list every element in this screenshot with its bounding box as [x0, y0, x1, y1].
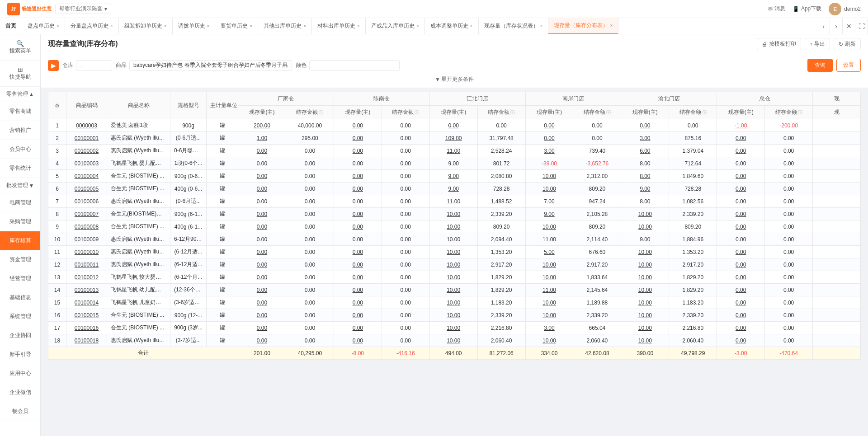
- row-nanbin-qty[interactable]: 11.00: [525, 233, 573, 246]
- row-factory-qty[interactable]: 0.00: [238, 220, 286, 233]
- row-code[interactable]: 00100008: [66, 220, 107, 233]
- sidebar-item-guide[interactable]: 新手引导: [0, 345, 40, 364]
- row-chennan-qty[interactable]: 0.00: [334, 183, 382, 195]
- row-chennan-qty[interactable]: 0.00: [334, 233, 382, 246]
- row-nanbin-qty[interactable]: 10.00: [525, 309, 573, 322]
- row-factory-qty[interactable]: 0.00: [238, 246, 286, 258]
- row-nanbin-qty[interactable]: 10.00: [525, 296, 573, 309]
- row-jiangbei-qty[interactable]: 109.00: [429, 132, 477, 145]
- tab-4[interactable]: 调拨单历史 ×: [173, 18, 216, 34]
- tab-7-close[interactable]: ×: [357, 23, 360, 28]
- tab-next-btn[interactable]: ›: [830, 18, 843, 34]
- row-code[interactable]: 00100009: [66, 233, 107, 246]
- sidebar-item-wechat[interactable]: 企业微信: [0, 383, 40, 402]
- tab-11-close[interactable]: ×: [610, 23, 613, 28]
- row-yuebei-qty[interactable]: 10.00: [621, 271, 669, 284]
- row-chennan-qty[interactable]: 0.00: [334, 322, 382, 334]
- row-code[interactable]: 00100010: [66, 246, 107, 258]
- row-chennan-qty[interactable]: 0.00: [334, 271, 382, 284]
- row-chennan-qty[interactable]: 0.00: [334, 119, 382, 132]
- row-factory-qty[interactable]: 200.00: [238, 119, 286, 132]
- row-chennan-qty[interactable]: 0.00: [334, 258, 382, 271]
- tab-10-close[interactable]: ×: [540, 23, 543, 28]
- row-chennan-qty[interactable]: 0.00: [334, 309, 382, 322]
- row-nanbin-qty[interactable]: 0.00: [525, 132, 573, 145]
- row-total-qty[interactable]: 0.00: [717, 220, 765, 233]
- row-nanbin-qty[interactable]: 0.00: [525, 119, 573, 132]
- row-yuebei-qty[interactable]: 8.00: [621, 170, 669, 183]
- sidebar-item-member[interactable]: 会员中心: [0, 140, 40, 159]
- row-jiangbei-qty[interactable]: 10.00: [429, 309, 477, 322]
- row-code[interactable]: 00100002: [66, 145, 107, 157]
- row-factory-qty[interactable]: 0.00: [238, 322, 286, 334]
- tab-1[interactable]: 盘点单历史 ×: [22, 18, 65, 34]
- tab-2-close[interactable]: ×: [110, 23, 113, 28]
- row-jiangbei-qty[interactable]: 11.00: [429, 195, 477, 208]
- tab-6[interactable]: 其他出库单历史 ×: [258, 18, 312, 34]
- row-chennan-qty[interactable]: 0.00: [334, 284, 382, 296]
- tab-9-close[interactable]: ×: [470, 23, 473, 28]
- row-code[interactable]: 00100003: [66, 157, 107, 170]
- row-yuebei-qty[interactable]: 0.00: [621, 119, 669, 132]
- sidebar-item-collaboration[interactable]: 企业协同: [0, 326, 40, 345]
- row-factory-qty[interactable]: 0.00: [238, 284, 286, 296]
- sidebar-item-marketing[interactable]: 营销推广: [0, 121, 40, 140]
- sidebar-item-finance[interactable]: 资金管理: [0, 250, 40, 269]
- sidebar-item-ecommerce[interactable]: 电商管理: [0, 193, 40, 212]
- row-code[interactable]: 00100016: [66, 322, 107, 334]
- row-jiangbei-qty[interactable]: 10.00: [429, 208, 477, 220]
- row-yuebei-qty[interactable]: 10.00: [621, 208, 669, 220]
- row-code[interactable]: 00100018: [66, 334, 107, 347]
- nanbin-amt-info-icon[interactable]: ⓘ: [606, 110, 611, 115]
- row-jiangbei-qty[interactable]: 10.00: [429, 271, 477, 284]
- sidebar-item-system[interactable]: 系统管理: [0, 307, 40, 326]
- row-nanbin-qty[interactable]: 10.00: [525, 220, 573, 233]
- tab-home[interactable]: 首页: [0, 18, 22, 34]
- row-factory-qty[interactable]: 0.00: [238, 258, 286, 271]
- row-jiangbei-qty[interactable]: 10.00: [429, 246, 477, 258]
- tab-9[interactable]: 成本调整单历史 ×: [425, 18, 479, 34]
- row-jiangbei-qty[interactable]: 11.00: [429, 145, 477, 157]
- tab-6-close[interactable]: ×: [303, 23, 306, 28]
- row-chennan-qty[interactable]: 0.00: [334, 208, 382, 220]
- row-total-qty[interactable]: 0.00: [717, 170, 765, 183]
- row-total-qty[interactable]: 0.00: [717, 233, 765, 246]
- row-factory-qty[interactable]: 1.00: [238, 132, 286, 145]
- row-jiangbei-qty[interactable]: 10.00: [429, 233, 477, 246]
- tab-close-all-btn[interactable]: ✕: [843, 18, 855, 34]
- row-jiangbei-qty[interactable]: 10.00: [429, 334, 477, 347]
- row-code[interactable]: 00100014: [66, 296, 107, 309]
- row-nanbin-qty[interactable]: 5.00: [525, 246, 573, 258]
- query-button[interactable]: 查询: [807, 59, 833, 72]
- row-jiangbei-qty[interactable]: 10.00: [429, 322, 477, 334]
- row-nanbin-qty[interactable]: 10.00: [525, 258, 573, 271]
- sidebar-item-retail-mgmt[interactable]: 零售管理 ▲: [0, 87, 40, 102]
- row-total-qty[interactable]: -1.00: [717, 119, 765, 132]
- row-factory-qty[interactable]: 0.00: [238, 157, 286, 170]
- chennan-amt-info-icon[interactable]: ⓘ: [415, 110, 419, 115]
- row-nanbin-qty[interactable]: 7.00: [525, 195, 573, 208]
- sidebar-item-basic-info[interactable]: 基础信息: [0, 288, 40, 307]
- row-total-qty[interactable]: 0.00: [717, 296, 765, 309]
- setting-button[interactable]: 设置: [836, 59, 861, 72]
- warehouse-input[interactable]: [76, 60, 112, 71]
- row-nanbin-qty[interactable]: 10.00: [525, 170, 573, 183]
- row-jiangbei-qty[interactable]: 10.00: [429, 220, 477, 233]
- sidebar-item-wholesale-mgmt[interactable]: 批发管理 ▼: [0, 178, 40, 193]
- row-nanbin-qty[interactable]: 11.00: [525, 284, 573, 296]
- sidebar-item-purchase[interactable]: 采购管理: [0, 212, 40, 231]
- row-nanbin-qty[interactable]: 10.00: [525, 271, 573, 284]
- row-total-qty[interactable]: 0.00: [717, 157, 765, 170]
- row-chennan-qty[interactable]: 0.00: [334, 132, 382, 145]
- row-code[interactable]: 00100004: [66, 170, 107, 183]
- row-total-qty[interactable]: 0.00: [717, 271, 765, 284]
- row-factory-qty[interactable]: 0.00: [238, 183, 286, 195]
- sidebar-item-member2[interactable]: 畅会员: [0, 402, 40, 421]
- row-yuebei-qty[interactable]: 10.00: [621, 309, 669, 322]
- row-nanbin-qty[interactable]: 9.00: [525, 208, 573, 220]
- tab-3-close[interactable]: ×: [164, 23, 167, 28]
- row-jiangbei-qty[interactable]: 9.00: [429, 183, 477, 195]
- row-factory-qty[interactable]: 0.00: [238, 208, 286, 220]
- row-factory-qty[interactable]: 0.00: [238, 195, 286, 208]
- row-code[interactable]: 00100013: [66, 284, 107, 296]
